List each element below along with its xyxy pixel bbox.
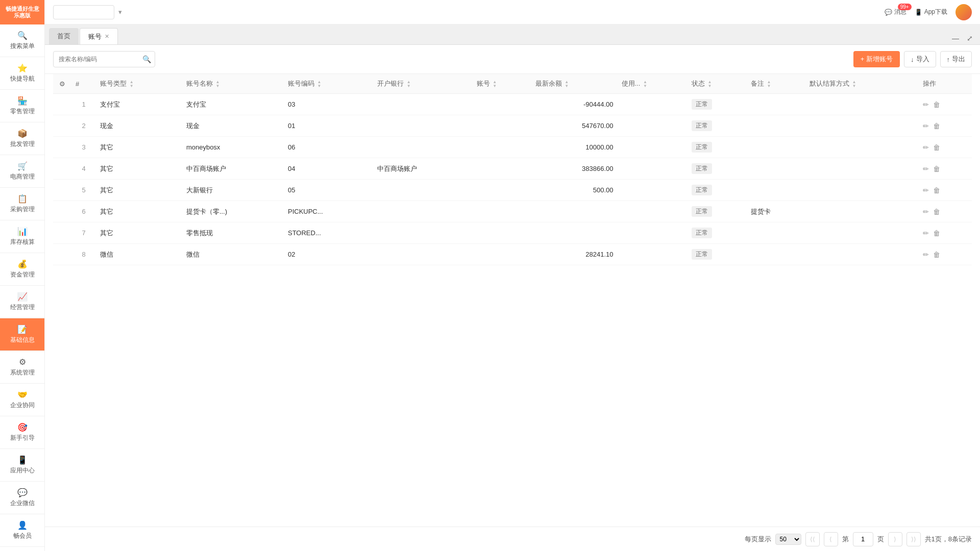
tab-actions: — ⤢ bbox=[949, 32, 976, 44]
tab-home-label: 首页 bbox=[57, 32, 70, 41]
cell-type-7: 微信 bbox=[96, 244, 182, 265]
sidebar-item-ecommerce[interactable]: 🛒 电商管理 bbox=[0, 155, 44, 188]
sidebar-item-system[interactable]: ⚙ 系统管理 bbox=[0, 351, 44, 384]
delete-icon-3[interactable]: 🗑 bbox=[933, 165, 940, 173]
cell-settings-4 bbox=[53, 180, 71, 201]
sidebar-item-inventory[interactable]: 📊 库存核算 bbox=[0, 220, 44, 253]
th-default-settlement[interactable]: 默认结算方式 ▲▼ bbox=[805, 74, 919, 94]
edit-icon-5[interactable]: ✏ bbox=[923, 208, 929, 216]
cell-account-6 bbox=[473, 222, 531, 244]
table-row: 2 现金 现金 01 547670.00 正常 ✏ 🗑 bbox=[53, 115, 972, 137]
cell-remark-3 bbox=[747, 158, 805, 180]
sidebar-item-finance[interactable]: 💰 资金管理 bbox=[0, 253, 44, 286]
sidebar-item-enterprise[interactable]: 🤝 企业协同 bbox=[0, 384, 44, 416]
edit-icon-4[interactable]: ✏ bbox=[923, 186, 929, 194]
app-download-label: App下载 bbox=[924, 8, 947, 16]
edit-icon-0[interactable]: ✏ bbox=[923, 101, 929, 109]
th-remark[interactable]: 备注 ▲▼ bbox=[747, 74, 805, 94]
export-btn[interactable]: ↑ 导出 bbox=[940, 51, 972, 67]
sidebar-item-wholesale[interactable]: 📦 批发管理 bbox=[0, 122, 44, 155]
cell-settings-7 bbox=[53, 244, 71, 265]
cell-settlement-7 bbox=[805, 244, 919, 265]
th-code[interactable]: 账号编码 ▲▼ bbox=[284, 74, 373, 94]
header-search-input[interactable] bbox=[53, 5, 114, 19]
th-settings[interactable]: ⚙ bbox=[53, 74, 71, 94]
cell-settlement-4 bbox=[805, 180, 919, 201]
delete-icon-0[interactable]: 🗑 bbox=[933, 101, 940, 109]
header-dropdown-icon[interactable]: ▾ bbox=[118, 8, 122, 16]
cell-name-4: 大新银行 bbox=[182, 180, 284, 201]
page-next-btn[interactable]: ⟩ bbox=[888, 532, 902, 546]
message-btn[interactable]: 💬 消息 99+ bbox=[885, 8, 906, 16]
sidebar-item-operations[interactable]: 📈 经营管理 bbox=[0, 286, 44, 318]
cell-settings-6 bbox=[53, 222, 71, 244]
table-row: 1 支付宝 支付宝 03 -90444.00 正常 ✏ 🗑 bbox=[53, 94, 972, 115]
cell-balance-4: 500.00 bbox=[531, 180, 618, 201]
page-last-btn[interactable]: ⟩⟩ bbox=[906, 532, 921, 546]
delete-icon-4[interactable]: 🗑 bbox=[933, 186, 940, 194]
cell-account-3 bbox=[473, 158, 531, 180]
sidebar-label-system: 系统管理 bbox=[10, 368, 35, 377]
th-status[interactable]: 状态 ▲▼ bbox=[688, 74, 747, 94]
sidebar-item-wechat[interactable]: 💬 企业微信 bbox=[0, 482, 44, 514]
user-avatar[interactable] bbox=[955, 4, 972, 20]
cell-remark-4 bbox=[747, 180, 805, 201]
cell-settlement-1 bbox=[805, 115, 919, 137]
cell-balance-5 bbox=[531, 201, 618, 222]
page-first-btn[interactable]: ⟨⟨ bbox=[805, 532, 820, 546]
sidebar-item-app_center[interactable]: 📱 应用中心 bbox=[0, 449, 44, 482]
sidebar-item-retail[interactable]: 🏪 零售管理 bbox=[0, 90, 44, 122]
th-action: 操作 bbox=[919, 74, 972, 94]
delete-icon-2[interactable]: 🗑 bbox=[933, 143, 940, 152]
edit-icon-6[interactable]: ✏ bbox=[923, 229, 929, 237]
cell-type-5: 其它 bbox=[96, 201, 182, 222]
delete-icon-5[interactable]: 🗑 bbox=[933, 208, 940, 216]
edit-icon-3[interactable]: ✏ bbox=[923, 165, 929, 173]
th-type[interactable]: 账号类型 ▲▼ bbox=[96, 74, 182, 94]
sidebar-item-basic[interactable]: 📝 基础信息 bbox=[0, 318, 44, 351]
cell-status-5: 正常 bbox=[688, 201, 747, 222]
th-name[interactable]: 账号名称 ▲▼ bbox=[182, 74, 284, 94]
edit-icon-7[interactable]: ✏ bbox=[923, 251, 929, 259]
sidebar-item-shortcut[interactable]: ⭐ 快捷导航 bbox=[0, 57, 44, 90]
th-balance[interactable]: 最新余额 ▲▼ bbox=[531, 74, 618, 94]
cell-bank-7 bbox=[373, 244, 473, 265]
sidebar-label-wholesale: 批发管理 bbox=[10, 140, 35, 148]
sidebar-item-guide[interactable]: 🎯 新手引导 bbox=[0, 416, 44, 449]
tab-expand-btn[interactable]: ⤢ bbox=[964, 32, 976, 44]
sidebar-label-enterprise: 企业协同 bbox=[10, 401, 35, 410]
cell-status-0: 正常 bbox=[688, 94, 747, 115]
total-label: 共1页，8条记录 bbox=[925, 535, 972, 544]
sidebar-item-search[interactable]: 🔍 搜索菜单 bbox=[0, 24, 44, 57]
cell-status-6: 正常 bbox=[688, 222, 747, 244]
tab-close-icon[interactable]: ✕ bbox=[105, 34, 109, 39]
delete-icon-6[interactable]: 🗑 bbox=[933, 229, 940, 237]
sidebar-label-app_center: 应用中心 bbox=[10, 466, 35, 475]
sidebar-item-purchase[interactable]: 📋 采购管理 bbox=[0, 188, 44, 220]
th-usage[interactable]: 使用... ▲▼ bbox=[618, 74, 688, 94]
search-icon: 🔍 bbox=[142, 55, 151, 63]
tab-account[interactable]: 账号 ✕ bbox=[80, 28, 118, 44]
delete-icon-1[interactable]: 🗑 bbox=[933, 122, 940, 130]
page-input[interactable] bbox=[853, 532, 873, 546]
cell-type-1: 现金 bbox=[96, 115, 182, 137]
enterprise-icon: 🤝 bbox=[17, 390, 28, 399]
app-download-btn[interactable]: 📱 App下载 bbox=[915, 8, 947, 16]
sidebar-menu: 🔍 搜索菜单 ⭐ 快捷导航 🏪 零售管理 📦 批发管理 🛒 电商管理 📋 采购管… bbox=[0, 24, 44, 551]
tab-home[interactable]: 首页 bbox=[49, 28, 79, 44]
th-bank[interactable]: 开户银行 ▲▼ bbox=[373, 74, 473, 94]
page-size-select[interactable]: 50 20 100 bbox=[775, 534, 801, 545]
edit-icon-1[interactable]: ✏ bbox=[923, 122, 929, 130]
search-input[interactable] bbox=[53, 51, 155, 67]
add-account-btn[interactable]: + 新增账号 bbox=[853, 51, 900, 67]
sidebar-item-member[interactable]: 👤 畅会员 bbox=[0, 514, 44, 547]
delete-icon-7[interactable]: 🗑 bbox=[933, 251, 940, 259]
cell-status-1: 正常 bbox=[688, 115, 747, 137]
tab-minimize-btn[interactable]: — bbox=[949, 32, 962, 44]
message-icon: 💬 bbox=[885, 9, 892, 16]
cell-index-5: 6 bbox=[71, 201, 96, 222]
page-prev-btn[interactable]: ⟨ bbox=[824, 532, 838, 546]
edit-icon-2[interactable]: ✏ bbox=[923, 143, 929, 152]
import-btn[interactable]: ↓ 导入 bbox=[904, 51, 936, 67]
th-account[interactable]: 账号 ▲▼ bbox=[473, 74, 531, 94]
